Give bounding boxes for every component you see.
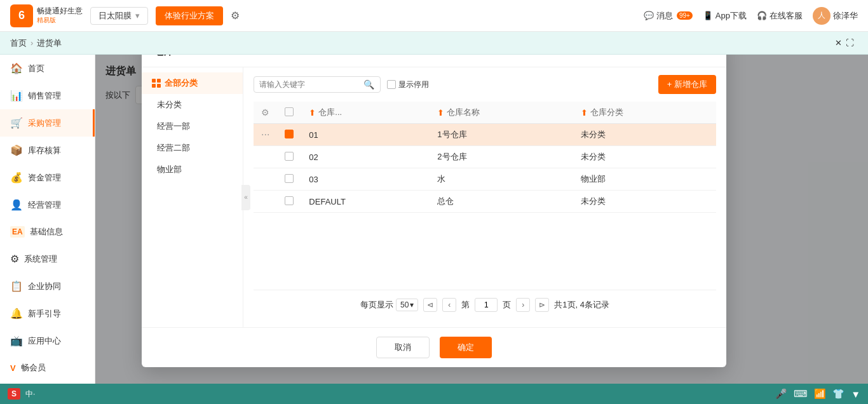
flag-icon[interactable]: ▼ xyxy=(851,389,860,400)
next-page-btn[interactable]: › xyxy=(516,298,530,312)
app-download-btn[interactable]: 📱 App下载 xyxy=(703,10,747,22)
store-selector[interactable]: 日太阳膜 ▾ xyxy=(90,7,148,25)
notifications-label: 消息 xyxy=(656,10,673,22)
row-action xyxy=(254,191,277,213)
search-input[interactable] xyxy=(259,80,361,89)
prev-page-btn[interactable]: ‹ xyxy=(442,298,456,312)
notifications-btn[interactable]: 💬 消息 99+ xyxy=(644,10,693,22)
sidebar-label-system: 系统管理 xyxy=(24,253,57,265)
last-page-btn[interactable]: ⊳ xyxy=(535,298,549,312)
purchase-icon: 🛒 xyxy=(10,117,23,129)
add-warehouse-btn[interactable]: + 新增仓库 xyxy=(658,75,716,94)
row-action xyxy=(254,146,277,168)
show-disabled-checkbox[interactable] xyxy=(387,80,396,89)
per-page-label: 每页显示 xyxy=(360,299,393,311)
user-menu[interactable]: 人 徐泽华 xyxy=(813,7,858,25)
page-number-input[interactable] xyxy=(475,298,498,312)
modal-close-btn[interactable]: × xyxy=(707,55,714,58)
row-code-2: 02 xyxy=(301,146,430,168)
industry-btn[interactable]: 体验行业方案 xyxy=(156,6,223,25)
phone-icon: 📱 xyxy=(703,11,713,20)
settings-icon[interactable]: ⚙ xyxy=(231,10,240,22)
row-cat-2: 未分类 xyxy=(573,146,716,168)
sidebar-item-home[interactable]: 🏠 首页 xyxy=(0,55,95,82)
sidebar-item-member[interactable]: V 畅会员 xyxy=(0,354,95,381)
status-bar: S 中· 🎤 ⌨ 📶 👕 ▼ xyxy=(0,384,868,404)
sidebar-item-purchase[interactable]: 🛒 采购管理 xyxy=(0,109,95,137)
th-gear: ⚙ xyxy=(254,102,277,124)
row-more-icon[interactable]: ··· xyxy=(261,129,269,140)
category-ops1[interactable]: 经营一部 xyxy=(142,116,243,137)
inventory-icon: 📦 xyxy=(10,144,23,156)
row-checkbox-4[interactable] xyxy=(285,196,294,205)
sidebar-item-operation[interactable]: 👤 经营管理 xyxy=(0,191,95,219)
sidebar-label-finance: 资金管理 xyxy=(28,172,61,184)
per-page-arrow: ▾ xyxy=(410,300,414,309)
show-disabled-toggle[interactable]: 显示停用 xyxy=(387,79,429,90)
category-all[interactable]: 全部分类 xyxy=(142,72,243,94)
status-icons: 🎤 ⌨ 📶 👕 ▼ xyxy=(775,388,860,400)
breadcrumb-home[interactable]: 首页 xyxy=(10,37,27,49)
row-cat-1: 未分类 xyxy=(573,124,716,146)
confirm-btn[interactable]: 确定 xyxy=(440,337,492,358)
sidebar-item-finance[interactable]: 💰 资金管理 xyxy=(0,164,95,191)
online-service-btn[interactable]: 🎧 在线客服 xyxy=(757,10,803,22)
table-row[interactable]: ··· 01 1号仓库 未分类 xyxy=(254,124,716,146)
modal-body: 全部分类 未分类 经营一部 经营二部 物业部 « xyxy=(142,67,726,327)
table-row[interactable]: 03 水 物业部 xyxy=(254,168,716,191)
row-checkbox-1[interactable] xyxy=(285,130,294,138)
row-checkbox-3[interactable] xyxy=(285,174,294,183)
finance-icon: 💰 xyxy=(10,172,23,184)
sidebar-label-member: 畅会员 xyxy=(21,362,46,374)
select-all-checkbox[interactable] xyxy=(285,107,294,116)
sidebar-item-system[interactable]: ⚙ 系统管理 xyxy=(0,245,95,273)
sidebar-item-sales[interactable]: 📊 销售管理 xyxy=(0,82,95,109)
header-right: 💬 消息 99+ 📱 App下载 🎧 在线客服 人 徐泽华 xyxy=(644,7,858,25)
warehouse-table: ⚙ ⬆ 仓库... xyxy=(254,102,716,213)
sidebar-item-enterprise[interactable]: 📋 企业协同 xyxy=(0,273,95,300)
member-icon: V xyxy=(10,363,16,373)
sidebar-item-apps[interactable]: 📺 应用中心 xyxy=(0,327,95,354)
tab-expand-icon[interactable]: ⛶ xyxy=(846,38,854,48)
col-category-label: 仓库分类 xyxy=(590,107,623,118)
shirt-icon[interactable]: 👕 xyxy=(832,388,844,400)
category-ops2[interactable]: 经营二部 xyxy=(142,137,243,159)
app-download-label: App下载 xyxy=(715,10,747,22)
operation-icon: 👤 xyxy=(10,199,23,211)
column-settings-icon[interactable]: ⚙ xyxy=(261,107,269,118)
breadcrumb-current: 进货单 xyxy=(37,37,62,49)
network-icon[interactable]: 📶 xyxy=(814,388,826,400)
row-checkbox-2[interactable] xyxy=(285,152,294,161)
first-page-btn[interactable]: ⊲ xyxy=(423,298,437,312)
sidebar-label-basic-info: 基础信息 xyxy=(30,226,63,238)
table-row[interactable]: DEFAULT 总仓 未分类 xyxy=(254,191,716,213)
sidebar-item-inventory[interactable]: 📦 库存核算 xyxy=(0,137,95,164)
sidebar-item-guide[interactable]: 🔔 新手引导 xyxy=(0,300,95,327)
category-unclassified[interactable]: 未分类 xyxy=(142,94,243,116)
per-page-select[interactable]: 50 ▾ xyxy=(396,299,418,311)
status-item-cn[interactable]: 中· xyxy=(25,389,35,400)
category-property[interactable]: 物业部 xyxy=(142,159,243,180)
basic-info-icon: EA xyxy=(10,226,25,238)
row-select xyxy=(277,168,301,191)
grid-icon xyxy=(152,79,161,88)
sidebar-label-purchase: 采购管理 xyxy=(28,118,61,129)
category-collapse-btn[interactable]: « xyxy=(241,185,250,210)
th-code: ⬆ 仓库... xyxy=(301,102,430,124)
sidebar-item-basic-info[interactable]: EA 基础信息 xyxy=(0,219,95,245)
keyboard-icon[interactable]: ⌨ xyxy=(794,388,808,400)
row-name-3: 水 xyxy=(430,168,573,191)
category-panel: 全部分类 未分类 经营一部 经营二部 物业部 « xyxy=(142,67,243,327)
logo-sub: 精易版 xyxy=(37,16,83,25)
cancel-btn[interactable]: 取消 xyxy=(376,337,430,358)
th-checkbox xyxy=(277,102,301,124)
online-service-label: 在线客服 xyxy=(770,10,803,22)
table-row[interactable]: 02 2号仓库 未分类 xyxy=(254,146,716,168)
tab-close-icon[interactable]: ✕ xyxy=(835,38,842,48)
enterprise-icon: 📋 xyxy=(10,280,23,292)
search-icon[interactable]: 🔍 xyxy=(363,79,374,90)
sidebar-label-apps: 应用中心 xyxy=(28,335,61,347)
mic-icon[interactable]: 🎤 xyxy=(775,388,787,400)
row-select xyxy=(277,146,301,168)
page-size-selector: 每页显示 50 ▾ xyxy=(360,299,418,311)
